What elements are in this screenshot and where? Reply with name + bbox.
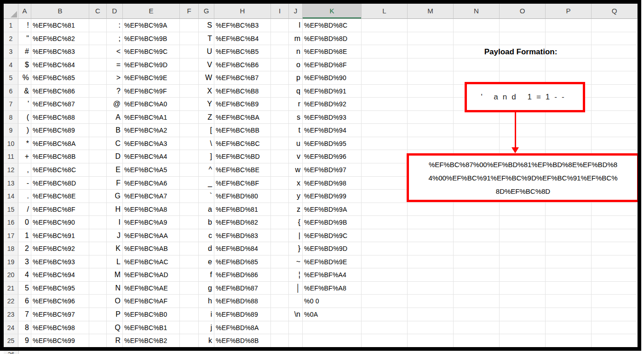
cell-J17[interactable]: | — [289, 229, 303, 243]
cell-L20[interactable] — [362, 268, 408, 282]
row-header-20[interactable]: 20 — [4, 268, 18, 282]
cell-M9[interactable] — [408, 124, 454, 137]
cell-B23[interactable]: %EF%BC%97 — [31, 308, 89, 321]
cell-O3[interactable] — [500, 45, 546, 58]
cell-A19[interactable]: 3 — [18, 255, 31, 269]
cell-C3[interactable] — [89, 45, 107, 58]
row-header-22[interactable]: 22 — [4, 295, 18, 308]
cell-Q7[interactable] — [592, 98, 638, 111]
cell-K19[interactable]: %EF%BD%9E — [303, 255, 362, 269]
row-header-2[interactable]: 2 — [4, 32, 18, 46]
cell-D16[interactable]: I — [107, 216, 123, 229]
cell-E14[interactable]: %EF%BC%A7 — [123, 190, 180, 203]
row-header-1[interactable]: 1 — [4, 19, 18, 32]
cell-G13[interactable]: _ — [199, 177, 214, 190]
cell-L15[interactable] — [362, 203, 408, 216]
cell-B7[interactable]: %EF%BC%87 — [31, 98, 89, 111]
cell-C21[interactable] — [89, 282, 107, 295]
cell-F19[interactable] — [180, 255, 199, 269]
cell-E23[interactable]: %EF%BC%B0 — [123, 308, 180, 321]
cell-M22[interactable] — [408, 295, 454, 308]
cell-B13[interactable]: %EF%BC%8D — [31, 177, 89, 190]
cell-H19[interactable]: %EF%BD%85 — [214, 255, 271, 269]
cell-G18[interactable]: d — [199, 242, 214, 255]
row-header-4[interactable]: 4 — [4, 58, 18, 72]
cell-L5[interactable] — [362, 71, 408, 85]
cell-Q9[interactable] — [592, 124, 638, 137]
cell-K20[interactable]: %EF%BF%A4 — [303, 268, 362, 282]
cell-H18[interactable]: %EF%BD%84 — [214, 242, 271, 255]
cell-G1[interactable]: S — [199, 19, 214, 32]
cell-B8[interactable]: %EF%BC%88 — [31, 111, 89, 124]
cell-E7[interactable]: %EF%BC%A0 — [123, 98, 180, 111]
cell-F7[interactable] — [180, 98, 199, 111]
cell-J11[interactable]: v — [289, 150, 303, 163]
cell-G3[interactable]: U — [199, 45, 214, 58]
cell-Q21[interactable] — [592, 282, 638, 295]
cell-D6[interactable]: ? — [107, 85, 123, 98]
cell-E11[interactable]: %EF%BC%A4 — [123, 150, 180, 163]
cell-I3[interactable] — [271, 45, 289, 58]
row-header-17[interactable]: 17 — [4, 229, 18, 243]
cell-J5[interactable]: p — [289, 71, 303, 85]
cell-P20[interactable] — [546, 268, 592, 282]
cell-J18[interactable]: } — [289, 242, 303, 255]
cell-Q1[interactable] — [592, 19, 638, 32]
row-header-12[interactable]: 12 — [4, 163, 18, 177]
cell-J21[interactable]: │ — [289, 282, 303, 295]
cell-P15[interactable] — [546, 203, 592, 216]
cell-K5[interactable]: %EF%BD%90 — [303, 71, 362, 85]
cell-C6[interactable] — [89, 85, 107, 98]
cell-E15[interactable]: %EF%BC%A8 — [123, 203, 180, 216]
cell-M25[interactable] — [408, 334, 454, 348]
cell-G9[interactable]: [ — [199, 124, 214, 137]
cell-B11[interactable]: %EF%BC%8B — [31, 150, 89, 163]
cell-P9[interactable] — [546, 124, 592, 137]
cell-H20[interactable]: %EF%BD%86 — [214, 268, 271, 282]
cell-N23[interactable] — [454, 308, 500, 321]
cell-K25[interactable] — [303, 334, 362, 348]
cell-G25[interactable]: k — [199, 334, 214, 348]
cell-L3[interactable] — [362, 45, 408, 58]
cell-C1[interactable] — [89, 19, 107, 32]
cell-K11[interactable]: %EF%BD%96 — [303, 150, 362, 163]
cell-H4[interactable]: %EF%BC%B6 — [214, 58, 271, 72]
cell-I12[interactable] — [271, 163, 289, 177]
cell-D25[interactable]: R — [107, 334, 123, 348]
cell-F25[interactable] — [180, 334, 199, 348]
cell-O11[interactable] — [500, 150, 546, 163]
cell-A4[interactable]: $ — [18, 58, 31, 72]
cell-O24[interactable] — [500, 321, 546, 335]
cell-N6[interactable] — [454, 85, 500, 98]
cell-A7[interactable]: ' — [18, 98, 31, 111]
cell-K23[interactable]: %0A — [303, 308, 362, 321]
cell-K4[interactable]: %EF%BD%8F — [303, 58, 362, 72]
cell-J10[interactable]: u — [289, 137, 303, 151]
cell-M20[interactable] — [408, 268, 454, 282]
cell-Q13[interactable] — [592, 177, 638, 190]
cell-C13[interactable] — [89, 177, 107, 190]
cell-E21[interactable]: %EF%BC%AE — [123, 282, 180, 295]
cell-K15[interactable]: %EF%BD%9A — [303, 203, 362, 216]
cell-L24[interactable] — [362, 321, 408, 335]
cell-P19[interactable] — [546, 255, 592, 269]
cell-Q12[interactable] — [592, 163, 638, 177]
cell-D1[interactable]: : — [107, 19, 123, 32]
cell-N4[interactable] — [454, 58, 500, 72]
cell-I19[interactable] — [271, 255, 289, 269]
cell-O1[interactable] — [500, 19, 546, 32]
column-header-G[interactable]: G — [199, 4, 214, 19]
cell-D12[interactable]: E — [107, 163, 123, 177]
cell-J25[interactable] — [289, 334, 303, 348]
cell-K9[interactable]: %EF%BD%94 — [303, 124, 362, 137]
cell-A12[interactable]: , — [18, 163, 31, 177]
cell-J7[interactable]: r — [289, 98, 303, 111]
column-header-L[interactable]: L — [362, 4, 408, 19]
cell-G10[interactable]: \ — [199, 137, 214, 151]
cell-B9[interactable]: %EF%BC%89 — [31, 124, 89, 137]
cell-D5[interactable]: > — [107, 71, 123, 85]
cell-O8[interactable] — [500, 111, 546, 124]
cell-F17[interactable] — [180, 229, 199, 243]
cell-G11[interactable]: ] — [199, 150, 214, 163]
cell-Q3[interactable] — [592, 45, 638, 58]
